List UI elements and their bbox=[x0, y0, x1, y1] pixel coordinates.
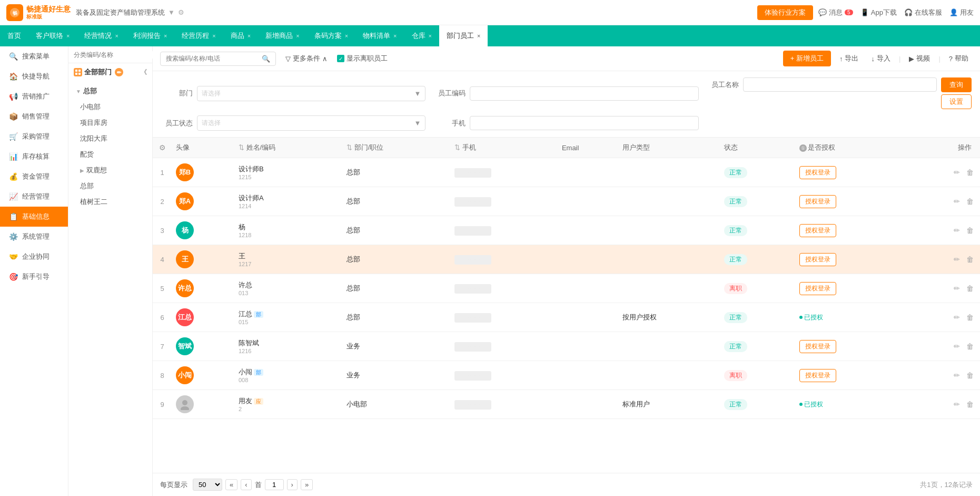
sidebar-item-库存核算[interactable]: 📊库存核算 bbox=[0, 147, 68, 167]
filter-empname-input[interactable] bbox=[743, 77, 937, 92]
nav-close-icon[interactable]: × bbox=[345, 33, 348, 39]
help-button[interactable]: ? 帮助 bbox=[945, 51, 973, 66]
auth-login-button[interactable]: 授权登录 bbox=[799, 282, 836, 295]
sidebar-item-快捷导航[interactable]: 🏠快捷导航 bbox=[0, 66, 68, 86]
dept-node-zongbu[interactable]: 总部 bbox=[68, 178, 152, 194]
edit-button[interactable]: ✏ bbox=[952, 225, 962, 236]
first-page-button[interactable]: « bbox=[225, 479, 237, 490]
next-page-button[interactable]: › bbox=[287, 479, 298, 490]
dept-node-peihuo[interactable]: 配货 bbox=[68, 147, 152, 162]
query-button[interactable]: 查询 bbox=[941, 77, 972, 92]
nav-item-物料清单[interactable]: 物料清单× bbox=[355, 25, 404, 46]
dept-search-input[interactable] bbox=[74, 51, 153, 59]
nav-item-利润报告[interactable]: 利润报告× bbox=[126, 25, 174, 46]
trial-button[interactable]: 体验行业方案 bbox=[757, 5, 813, 20]
nav-close-icon[interactable]: × bbox=[212, 33, 215, 39]
more-filter-button[interactable]: ▽ 更多条件 ∧ bbox=[281, 51, 332, 66]
dept-node-project[interactable]: 项目库房 bbox=[68, 115, 152, 131]
export-button[interactable]: ↑ 导出 bbox=[835, 51, 863, 66]
dept-edit-icon[interactable]: ✏ bbox=[115, 68, 123, 76]
import-button[interactable]: ↓ 导入 bbox=[867, 51, 895, 66]
sidebar-item-搜索菜单[interactable]: 🔍搜索菜单 bbox=[0, 46, 68, 66]
edit-button[interactable]: ✏ bbox=[952, 196, 962, 207]
sidebar-item-新手引导[interactable]: 🎯新手引导 bbox=[0, 267, 68, 287]
dept-node-shenyang[interactable]: 沈阳大库 bbox=[68, 131, 152, 147]
filter-phone-input[interactable] bbox=[470, 116, 698, 130]
app-download-button[interactable]: 📱 App下载 bbox=[860, 8, 897, 17]
user-avatar[interactable]: 👤 用友 bbox=[949, 8, 974, 17]
video-button[interactable]: ▶ 视频 bbox=[905, 51, 934, 66]
delete-button[interactable]: 🗑 bbox=[964, 283, 976, 294]
dept-collapse-btn[interactable]: 《 bbox=[141, 68, 147, 77]
edit-button[interactable]: ✏ bbox=[952, 167, 962, 178]
nav-close-icon[interactable]: × bbox=[477, 33, 480, 39]
delete-button[interactable]: 🗑 bbox=[964, 341, 976, 352]
auth-login-button[interactable]: 授权登录 bbox=[799, 224, 836, 237]
nav-item-商品[interactable]: 商品× bbox=[223, 25, 258, 46]
add-employee-button[interactable]: + 新增员工 bbox=[783, 51, 831, 66]
auth-login-button[interactable]: 授权登录 bbox=[799, 253, 836, 266]
search-icon[interactable]: 🔍 bbox=[262, 55, 270, 63]
sidebar-item-营销推广[interactable]: 📢营销推广 bbox=[0, 86, 68, 106]
all-dept-header[interactable]: 全部部门 ✏ 《 bbox=[68, 63, 152, 81]
nav-item-经营情况[interactable]: 经营情况× bbox=[77, 25, 125, 46]
edit-button[interactable]: ✏ bbox=[952, 254, 962, 265]
delete-button[interactable]: 🗑 bbox=[964, 370, 976, 381]
edit-button[interactable]: ✏ bbox=[952, 399, 962, 410]
auth-login-button[interactable]: 授权登录 bbox=[799, 166, 836, 179]
auth-login-button[interactable]: 授权登录 bbox=[799, 369, 836, 382]
nav-close-icon[interactable]: × bbox=[393, 33, 397, 39]
page-size-select[interactable]: 50 100 bbox=[193, 479, 222, 491]
dept-node-headquarters[interactable]: ▼ 总部 bbox=[68, 83, 152, 99]
sidebar-item-系统管理[interactable]: ⚙️系统管理 bbox=[0, 227, 68, 247]
show-resigned-checkbox[interactable]: ✓ 显示离职员工 bbox=[337, 54, 388, 63]
sidebar-item-经营管理[interactable]: 📈经营管理 bbox=[0, 187, 68, 207]
sidebar-item-资金管理[interactable]: 💰资金管理 bbox=[0, 167, 68, 187]
delete-button[interactable]: 🗑 bbox=[964, 196, 976, 207]
page-number-input[interactable] bbox=[265, 479, 284, 490]
online-service-button[interactable]: 🎧 在线客服 bbox=[904, 8, 942, 17]
all-dept-label: 全部部门 bbox=[84, 67, 112, 77]
nav-item-经营历程[interactable]: 经营历程× bbox=[174, 25, 223, 46]
delete-button[interactable]: 🗑 bbox=[964, 225, 976, 236]
message-button[interactable]: 💬 消息 5 bbox=[818, 8, 853, 17]
sidebar-item-采购管理[interactable]: 🛒采购管理 bbox=[0, 127, 68, 147]
auth-login-button[interactable]: 授权登录 bbox=[799, 340, 836, 353]
delete-button[interactable]: 🗑 bbox=[964, 399, 976, 410]
edit-button[interactable]: ✏ bbox=[952, 283, 962, 294]
filter-empstatus-select[interactable]: 请选择 ▼ bbox=[197, 115, 425, 131]
nav-close-icon[interactable]: × bbox=[429, 33, 432, 39]
dept-node-zhishu[interactable]: 植树王二 bbox=[68, 194, 152, 210]
prev-page-button[interactable]: ‹ bbox=[241, 479, 251, 490]
nav-close-icon[interactable]: × bbox=[164, 33, 167, 39]
set-button[interactable]: 设置 bbox=[941, 94, 972, 109]
nav-close-icon[interactable]: × bbox=[248, 33, 251, 39]
nav-close-icon[interactable]: × bbox=[66, 33, 70, 39]
settings-icon[interactable]: ⚙ bbox=[159, 143, 166, 152]
edit-button[interactable]: ✏ bbox=[952, 312, 962, 323]
dept-node-xiaodian[interactable]: 小电部 bbox=[68, 99, 152, 115]
search-input[interactable] bbox=[166, 55, 259, 62]
sidebar-item-基础信息[interactable]: 📋基础信息 bbox=[0, 207, 68, 227]
delete-button[interactable]: 🗑 bbox=[964, 254, 976, 265]
edit-button[interactable]: ✏ bbox=[952, 341, 962, 352]
sidebar-item-企业协同[interactable]: 🤝企业协同 bbox=[0, 247, 68, 267]
last-page-button[interactable]: » bbox=[301, 479, 313, 490]
nav-item-仓库[interactable]: 仓库× bbox=[404, 25, 439, 46]
auth-login-button[interactable]: 授权登录 bbox=[799, 195, 836, 208]
sidebar-item-销售管理[interactable]: 📦销售管理 bbox=[0, 106, 68, 127]
delete-button[interactable]: 🗑 bbox=[964, 167, 976, 178]
edit-button[interactable]: ✏ bbox=[952, 370, 962, 381]
filter-empcode-input[interactable] bbox=[470, 86, 698, 101]
nav-close-icon[interactable]: × bbox=[296, 33, 299, 39]
nav-item-条码方案[interactable]: 条码方案× bbox=[307, 25, 355, 46]
dept-node-shuanglu[interactable]: ▶ 双鹿想 bbox=[68, 162, 152, 178]
nav-item-新增商品[interactable]: 新增商品× bbox=[258, 25, 306, 46]
settings-icon[interactable]: ⚙ bbox=[178, 8, 184, 16]
nav-close-icon[interactable]: × bbox=[115, 33, 118, 39]
filter-dept-select[interactable]: 请选择 ▼ bbox=[197, 86, 425, 101]
nav-item-部门员工[interactable]: 部门员工× bbox=[439, 25, 488, 46]
nav-item-首页[interactable]: 首页 bbox=[0, 25, 28, 46]
delete-button[interactable]: 🗑 bbox=[964, 312, 976, 323]
nav-item-客户联络[interactable]: 客户联络× bbox=[28, 25, 77, 46]
